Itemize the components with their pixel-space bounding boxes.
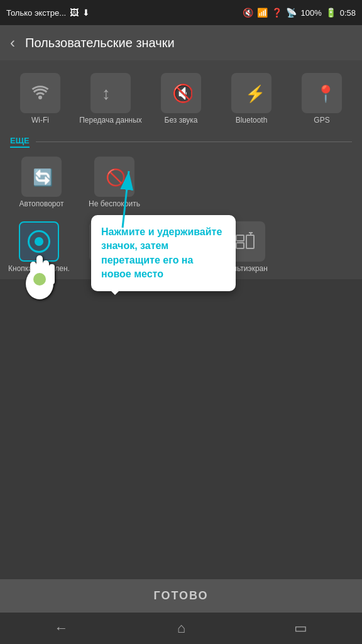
bluetooth-icon: ⚡ [240, 82, 263, 104]
autorotate-icon: 🔄 [30, 165, 53, 188]
list-item[interactable]: ↕ Передача данных [79, 73, 142, 125]
svg-rect-10 [49, 264, 55, 284]
back-button[interactable]: ‹ [10, 34, 15, 52]
nav-bar: ← ⌂ ▭ [0, 613, 362, 644]
svg-text:↕: ↕ [102, 84, 111, 103]
list-item[interactable]: ⚡ Bluetooth [220, 73, 283, 125]
autorotate-icon-box: 🔄 [21, 157, 62, 197]
data-transfer-icon: ↕ [99, 82, 122, 104]
bluetooth-label: Bluetooth [236, 116, 268, 125]
svg-rect-16 [246, 235, 254, 248]
cover-icon-box: 🚫 [94, 157, 134, 197]
page-title: Пользовательские значки [25, 36, 175, 50]
svg-text:⚡: ⚡ [245, 84, 263, 104]
status-right: 🔇 📶 ❓ 📡 100% 🔋 0:58 [243, 8, 356, 18]
done-button[interactable]: ГОТОВО [153, 589, 208, 602]
silent-icon: 🔇 [170, 82, 192, 104]
data-icon-box: ↕ [90, 73, 131, 113]
list-item[interactable]: 📍 GPS [290, 73, 353, 125]
list-item[interactable]: 🔇 Без звука [150, 73, 212, 125]
list-item[interactable]: 🚫 Не беспокоить [83, 157, 146, 208]
icons-row-2: 🔄 Автоповорот 🚫 Не беспокоить [0, 150, 362, 214]
nav-recent-button[interactable]: ▭ [294, 620, 307, 636]
svg-point-11 [33, 273, 46, 286]
svg-rect-15 [236, 243, 244, 248]
section-label: ЕЩЕ [10, 136, 30, 148]
svg-text:🔇: 🔇 [172, 83, 192, 104]
status-bar: Только экстре... 🖼 ⬇ 🔇 📶 ❓ 📡 100% 🔋 0:58 [0, 0, 362, 25]
nav-back-button[interactable]: ← [55, 620, 69, 636]
row3-container: Кнопка управлен. [0, 215, 362, 279]
signal-icon: 📡 [286, 8, 297, 18]
hand-cursor-icon [18, 249, 62, 308]
list-item[interactable]: Wi-Fi [9, 73, 72, 125]
autorotate-label: Автоповорот [19, 199, 64, 208]
bluetooth-icon-box: ⚡ [231, 73, 272, 113]
wifi-status-icon: 📶 [257, 8, 268, 18]
cover-label: Не беспокоить [89, 199, 140, 208]
wifi-label: Wi-Fi [31, 116, 49, 125]
gps-label: GPS [314, 116, 329, 125]
app-title: Только экстре... [6, 8, 66, 18]
wifi-icon [29, 82, 52, 104]
download-icon: ⬇ [82, 8, 90, 18]
tooltip: Нажмите и удерживайте значок, затем пере… [91, 215, 236, 292]
multiscreen-icon [234, 230, 256, 253]
cover-icon: 🚫 [103, 165, 126, 188]
time-label: 0:58 [340, 8, 356, 18]
bottom-button-area: ГОТОВО [0, 579, 362, 613]
icons-row-1: Wi-Fi ↕ Передача данных 🔇 Без звука ⚡ [0, 67, 362, 131]
silent-label: Без звука [165, 116, 198, 125]
header: ‹ Пользовательские значки [0, 25, 362, 60]
record-inner [35, 237, 43, 246]
silent-icon-box: 🔇 [161, 73, 201, 113]
svg-rect-14 [236, 235, 244, 241]
svg-text:🚫: 🚫 [106, 167, 126, 187]
svg-text:🔄: 🔄 [33, 167, 53, 187]
section-line [36, 142, 352, 142]
image-icon: 🖼 [70, 8, 79, 18]
gps-icon-box: 📍 [302, 73, 342, 113]
gps-icon: 📍 [310, 82, 333, 104]
wifi-icon-box [20, 73, 60, 113]
help-icon: ❓ [272, 8, 282, 18]
list-item[interactable]: Кнопка управлен. [5, 221, 73, 273]
list-item[interactable]: 🔄 Автоповорот [10, 157, 73, 208]
mute-icon: 🔇 [243, 8, 253, 18]
main-content: Wi-Fi ↕ Передача данных 🔇 Без звука ⚡ [0, 60, 362, 279]
data-label: Передача данных [79, 116, 142, 125]
nav-home-button[interactable]: ⌂ [177, 620, 185, 636]
tooltip-text: Нажмите и удерживайте значок, затем пере… [101, 226, 222, 279]
battery-icon: 🔋 [326, 8, 336, 18]
section-divider: ЕЩЕ [0, 131, 362, 150]
status-left: Только экстре... 🖼 ⬇ [6, 8, 90, 18]
svg-text:📍: 📍 [315, 84, 333, 104]
battery-label: 100% [300, 8, 321, 18]
